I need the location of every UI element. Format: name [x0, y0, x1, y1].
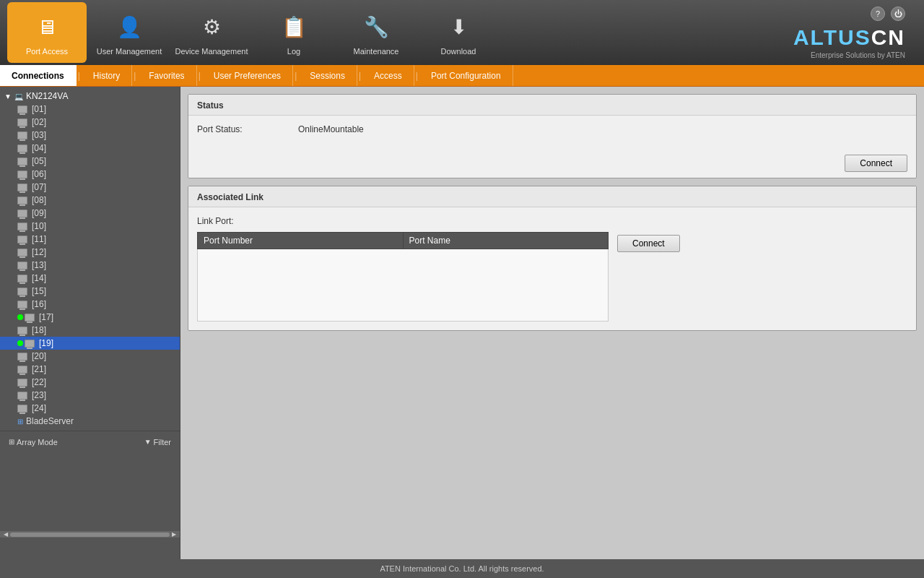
port-item-15[interactable]: [15] [0, 285, 180, 298]
port-item-22[interactable]: [22] [0, 376, 180, 389]
port-item-17[interactable]: [17] [0, 311, 180, 324]
monitor-icon-05 [17, 158, 27, 165]
user-management-icon: 👤 [112, 9, 147, 44]
hscroll-track [10, 532, 170, 537]
nav-item-maintenance[interactable]: 🔧 Maintenance [336, 2, 416, 63]
port-item-20[interactable]: [20] [0, 350, 180, 363]
monitor-icon-19 [25, 340, 35, 348]
port-item-14[interactable]: [14] [0, 272, 180, 285]
brand-logo: ALTUSCN [793, 25, 905, 50]
device-management-label: Device Management [175, 47, 248, 56]
link-table-body [197, 249, 609, 322]
port-item-05[interactable]: [05] [0, 155, 180, 168]
filter-label: Filter [154, 438, 171, 447]
online-indicator-17 [17, 314, 23, 320]
filter-icon: ▼ [144, 438, 152, 446]
port-item-04[interactable]: [04] [0, 142, 180, 155]
monitor-icon-11 [17, 236, 27, 243]
tab-favorites[interactable]: Favorites [137, 65, 196, 86]
port-item-06[interactable]: [06] [0, 168, 180, 181]
port-item-02[interactable]: [02] [0, 116, 180, 129]
port-label-09: [09] [32, 208, 46, 218]
tab-history[interactable]: History [82, 65, 132, 86]
monitor-icon-18 [17, 327, 27, 335]
monitor-icon-16 [17, 301, 27, 309]
port-label-06: [06] [32, 169, 46, 179]
monitor-icon-14 [17, 275, 27, 282]
main-area: ▼ 💻 KN2124VA [01] [02] [03] [04] [05] [0, 87, 924, 559]
tab-port-configuration[interactable]: Port Configuration [419, 65, 513, 86]
download-icon: ⬇ [441, 9, 476, 44]
monitor-icon-24 [17, 405, 27, 413]
monitor-icon-04 [17, 144, 27, 152]
associated-link-body: Link Port: Port Number Port Name [188, 207, 916, 330]
filter-btn[interactable]: ▼ Filter [141, 436, 174, 448]
tab-sessions[interactable]: Sessions [298, 65, 357, 86]
port-item-13[interactable]: [13] [0, 259, 180, 272]
log-label: Log [287, 47, 300, 56]
monitor-icon-02 [17, 118, 27, 126]
monitor-icon-13 [17, 262, 27, 269]
link-port-row: Link Port: [197, 216, 907, 226]
port-label-10: [10] [32, 221, 46, 231]
tab-connections[interactable]: Connections [0, 65, 77, 86]
monitor-icon-12 [17, 249, 27, 256]
tab-access[interactable]: Access [362, 65, 414, 86]
content-area: Status Port Status: OnlineMountable Conn… [180, 87, 924, 559]
blade-server-item[interactable]: ⊞ BladeServer [0, 415, 180, 428]
port-item-16[interactable]: [16] [0, 298, 180, 311]
monitor-icon-10 [17, 223, 27, 230]
tree-root[interactable]: ▼ 💻 KN2124VA [0, 90, 180, 103]
port-label-14: [14] [32, 273, 46, 283]
nav-item-port-access[interactable]: 🖥 Port Access [7, 2, 87, 63]
logo-area: ? ⏻ ALTUSCN Enterprise Solutions by ATEN [793, 7, 917, 59]
status-panel-body: Port Status: OnlineMountable [188, 116, 916, 149]
port-label-21: [21] [32, 364, 46, 374]
nav-item-user-management[interactable]: 👤 User Management [90, 2, 169, 63]
link-connect-button[interactable]: Connect [617, 235, 680, 252]
port-item-09[interactable]: [09] [0, 207, 180, 220]
monitor-icon-15 [17, 288, 27, 296]
nav-item-log[interactable]: 📋 Log [254, 2, 334, 63]
port-access-icon: 🖥 [30, 9, 64, 44]
port-status-row: Port Status: OnlineMountable [197, 124, 907, 134]
tab-separator-1: | [77, 65, 82, 86]
hscroll-left-btn[interactable]: ◀ [1, 531, 10, 538]
associated-link-inner: Port Number Port Name Connect [197, 232, 907, 322]
associated-link-title: Associated Link [188, 186, 916, 207]
port-item-11[interactable]: [11] [0, 233, 180, 246]
download-label: Download [441, 47, 476, 56]
logout-icon[interactable]: ⏻ [891, 7, 905, 21]
monitor-icon-23 [17, 392, 27, 400]
nav-item-download[interactable]: ⬇ Download [419, 2, 498, 63]
port-item-12[interactable]: [12] [0, 246, 180, 259]
port-item-19[interactable]: [19] [0, 337, 180, 350]
tab-user-preferences[interactable]: User Preferences [202, 65, 293, 86]
sidebar: ▼ 💻 KN2124VA [01] [02] [03] [04] [05] [0, 87, 180, 559]
col-port-name: Port Name [403, 233, 609, 249]
nav-item-device-management[interactable]: ⚙ Device Management [172, 2, 251, 63]
port-item-07[interactable]: [07] [0, 181, 180, 194]
online-indicator-19 [17, 340, 23, 346]
port-label-13: [13] [32, 260, 46, 270]
monitor-icon-03 [17, 131, 27, 139]
port-label-05: [05] [32, 156, 46, 166]
port-item-23[interactable]: [23] [0, 389, 180, 402]
port-item-08[interactable]: [08] [0, 194, 180, 207]
port-access-label: Port Access [26, 47, 68, 56]
port-label-17: [17] [39, 312, 53, 322]
help-icon[interactable]: ? [871, 7, 885, 21]
port-item-21[interactable]: [21] [0, 363, 180, 376]
port-item-03[interactable]: [03] [0, 129, 180, 142]
hscroll-right-btn[interactable]: ▶ [170, 531, 178, 538]
port-item-24[interactable]: [24] [0, 402, 180, 415]
status-connect-button[interactable]: Connect [845, 155, 907, 172]
monitor-icon-21 [17, 366, 27, 374]
port-item-01[interactable]: [01] [0, 103, 180, 116]
port-label-07: [07] [32, 182, 46, 192]
tree-root-label: KN2124VA [26, 91, 68, 101]
port-label-24: [24] [32, 403, 46, 413]
port-item-18[interactable]: [18] [0, 324, 180, 337]
array-mode-btn[interactable]: ⊞ Array Mode [6, 436, 61, 448]
port-item-10[interactable]: [10] [0, 220, 180, 233]
